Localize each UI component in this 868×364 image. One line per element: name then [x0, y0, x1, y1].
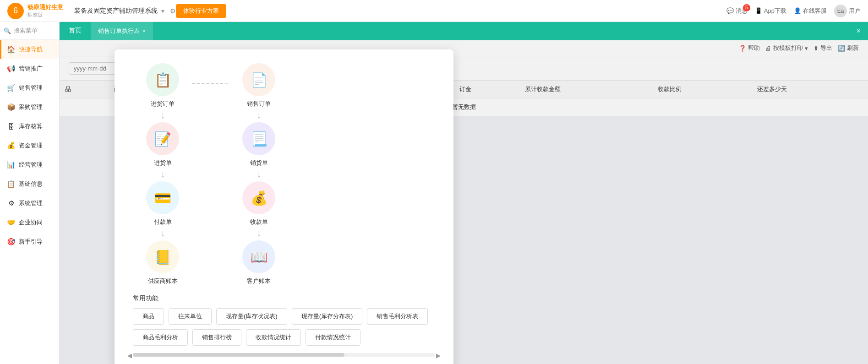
online-service-btn[interactable]: 👤 在线客服	[794, 7, 827, 15]
operations-icon: 📊	[7, 161, 15, 169]
mid-arrows: →	[192, 63, 229, 87]
sidebar-item-basic-info[interactable]: 📋 基础信息	[0, 174, 59, 194]
user-avatar: Ea	[834, 5, 847, 17]
sidebar-search[interactable]: 🔍 搜索菜单	[0, 22, 59, 40]
messages-btn[interactable]: 💬 消息 5	[726, 7, 748, 15]
node-supplier-ledger[interactable]: 📒 供应商账本	[133, 240, 192, 285]
flow-diagram: 📋 进货订单 ↓ 📝 进货单	[133, 63, 435, 285]
sales-bill-circle: 📃	[242, 122, 275, 155]
brand-subtitle: 标准版	[27, 11, 63, 18]
arrow-right-1: →	[192, 80, 229, 87]
sidebar-item-newbie[interactable]: 🎯 新手引导	[0, 232, 59, 251]
marketing-icon: 📢	[7, 65, 15, 73]
system-icon: ⚙	[7, 199, 15, 207]
arrow-down-3: ↓	[146, 228, 179, 239]
sales-order-label: 销售订单	[247, 100, 271, 108]
sales-bill-icon: 📃	[251, 131, 267, 147]
purchase-bill-icon: 📝	[154, 131, 171, 147]
user-area[interactable]: Ea 用户	[834, 5, 861, 17]
quick-nav-icon: 🏠	[7, 45, 15, 54]
tab-bar: 首页 销售订单执行表 × ×	[60, 22, 868, 40]
node-customer-ledger[interactable]: 📖 客户账本	[229, 240, 289, 285]
node-sales-order[interactable]: 📄 销售订单	[229, 63, 289, 108]
node-purchase-order[interactable]: 📋 进货订单	[133, 63, 192, 108]
content-area: 首页 销售订单执行表 × × ❓ 帮助 �	[60, 22, 868, 364]
payment-circle: 💳	[146, 181, 179, 214]
func-btn-0[interactable]: 商品	[133, 308, 164, 325]
sales-bill-label: 销货单	[250, 159, 268, 167]
func-btn-3[interactable]: 现存量(库存分布表)	[292, 308, 363, 325]
supplier-ledger-label: 供应商账本	[148, 277, 178, 285]
sidebar-item-inventory[interactable]: 🗄 库存核算	[0, 117, 59, 136]
sidebar-item-finance[interactable]: 💰 资金管理	[0, 136, 59, 155]
sidebar-item-system[interactable]: ⚙ 系统管理	[0, 194, 59, 213]
left-flow-col: 📋 进货订单 ↓ 📝 进货单	[133, 63, 192, 285]
sidebar-item-quick-nav[interactable]: 🏠 快捷导航	[0, 40, 59, 59]
supplier-ledger-icon: 📒	[154, 249, 171, 265]
finance-icon: 💰	[7, 141, 15, 150]
customer-ledger-circle: 📖	[242, 240, 275, 273]
scroll-right-arrow[interactable]: ▶	[436, 352, 441, 359]
func-btn-8[interactable]: 付款情况统计	[306, 329, 360, 346]
sales-order-circle: 📄	[242, 63, 275, 96]
enterprise-icon: 🤝	[7, 218, 15, 227]
system-name-area: 装备及固定资产辅助管理系统 ▾ ⚙	[74, 7, 176, 15]
newbie-icon: 🎯	[7, 238, 15, 246]
tab-close-btn[interactable]: ×	[142, 28, 146, 34]
search-inner[interactable]: 🔍 搜索菜单	[4, 27, 55, 35]
popup-box: 📋 进货订单 ↓ 📝 进货单	[115, 49, 453, 364]
right-flow-col: 📄 销售订单 ↓ 📃 销货单	[229, 63, 289, 285]
receipt-label: 收款单	[250, 218, 268, 226]
func-btn-1[interactable]: 往来单位	[169, 308, 212, 325]
app-wrapper: 6 畅康通好生意 标准版 装备及固定资产辅助管理系统 ▾ ⚙ 体验行业方案 💬 …	[0, 0, 868, 364]
popup-scrollbar-area: ◀ ▶	[133, 353, 435, 357]
common-title: 常用功能	[133, 294, 435, 303]
popup-overlay: 📋 进货订单 ↓ 📝 进货单	[60, 40, 868, 364]
system-name-text: 装备及固定资产辅助管理系统	[74, 7, 158, 15]
node-purchase-bill[interactable]: 📝 进货单	[133, 122, 192, 167]
func-btn-2[interactable]: 现存量(库存状况表)	[216, 308, 287, 325]
logo-text: 畅康通好生意 标准版	[27, 4, 63, 18]
experience-btn[interactable]: 体验行业方案	[176, 4, 226, 18]
messages-badge: 5	[743, 4, 750, 11]
payment-label: 付款单	[154, 218, 172, 226]
tab-home[interactable]: 首页	[60, 22, 91, 40]
popup-scrollbar[interactable]	[133, 353, 435, 357]
arrow-down-1: ↓	[146, 110, 179, 120]
sidebar-item-operations[interactable]: 📊 经营管理	[0, 155, 59, 174]
app-download-btn[interactable]: 📱 App下载	[755, 7, 786, 15]
popup-scrollbar-thumb[interactable]	[133, 353, 344, 357]
func-btn-7[interactable]: 收款情况统计	[246, 329, 301, 346]
func-btn-5[interactable]: 商品毛利分析	[133, 329, 188, 346]
sales-order-icon: 📄	[251, 72, 267, 88]
logo-icon: 6	[7, 3, 24, 19]
window-close-btn[interactable]: ×	[849, 23, 868, 39]
purchase-bill-label: 进货单	[154, 159, 172, 167]
service-icon: 👤	[794, 7, 801, 14]
settings-icon[interactable]: ⚙	[170, 7, 176, 15]
download-icon: 📱	[755, 7, 762, 14]
common-functions: 常用功能 商品往来单位现存量(库存状况表)现存量(库存分布表)销售毛利分析表商品…	[133, 294, 435, 346]
func-btn-4[interactable]: 销售毛利分析表	[367, 308, 428, 325]
sidebar-item-sales[interactable]: 🛒 销售管理	[0, 78, 59, 98]
node-receipt[interactable]: 💰 收款单	[229, 181, 289, 226]
scroll-left-arrow[interactable]: ◀	[127, 352, 132, 359]
sidebar-item-enterprise[interactable]: 🤝 企业协同	[0, 213, 59, 232]
sidebar-item-marketing[interactable]: 📢 营销推广	[0, 59, 59, 78]
node-sales-bill[interactable]: 📃 销货单	[229, 122, 289, 167]
tab-sales-order[interactable]: 销售订单执行表 ×	[91, 22, 153, 40]
sidebar-item-purchase[interactable]: 📦 采购管理	[0, 98, 59, 117]
purchase-bill-circle: 📝	[146, 122, 179, 155]
arrow-down-4: ↓	[242, 110, 275, 120]
func-btn-6[interactable]: 销售排行榜	[192, 329, 241, 346]
supplier-ledger-circle: 📒	[146, 240, 179, 273]
main-area: 🔍 搜索菜单 🏠 快捷导航 📢 营销推广 🛒 销售管理 📦 采购管理	[0, 22, 868, 364]
top-actions: 💬 消息 5 📱 App下载 👤 在线客服 Ea 用户	[726, 5, 861, 17]
main-content: ❓ 帮助 🖨 按模板打印 ▾ ⬆ 导出 🔄	[60, 40, 868, 364]
sidebar: 🔍 搜索菜单 🏠 快捷导航 📢 营销推广 🛒 销售管理 📦 采购管理	[0, 22, 60, 364]
receipt-circle: 💰	[242, 181, 275, 214]
system-dropdown-icon[interactable]: ▾	[161, 7, 164, 15]
search-icon: 🔍	[4, 27, 11, 34]
node-payment[interactable]: 💳 付款单	[133, 181, 192, 226]
customer-ledger-icon: 📖	[251, 249, 267, 265]
